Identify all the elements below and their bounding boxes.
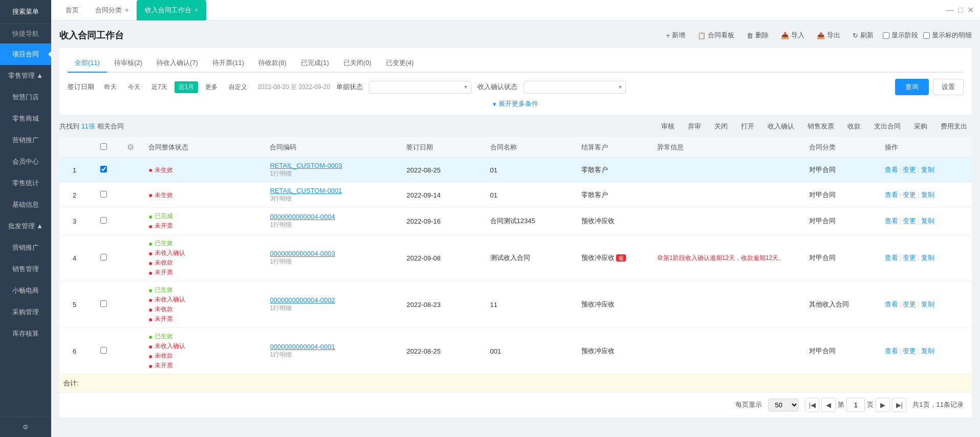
sidebar-item-retail-stats[interactable]: 零售统计	[0, 172, 51, 194]
doc-status-select[interactable]	[369, 81, 471, 94]
tab-income-contract[interactable]: 收入合同工作台×	[137, 0, 206, 20]
op-复制-1[interactable]: 复制	[921, 166, 934, 173]
header-btn-export[interactable]: 📤导出	[813, 29, 844, 42]
sidebar-search[interactable]: 搜索菜单	[0, 0, 51, 24]
header-btn-import[interactable]: 📥导入	[777, 29, 809, 42]
op-变更-1[interactable]: 变更	[903, 166, 916, 173]
sidebar-item-wholesale-mgmt[interactable]: 批发管理 ▲	[0, 215, 51, 237]
op-查看-2[interactable]: 查看	[885, 191, 898, 199]
contract-link-5[interactable]: 0000000000004-0002	[270, 296, 335, 304]
action-btn-abandon[interactable]: 弃审	[683, 120, 706, 133]
op-复制-2[interactable]: 复制	[921, 191, 934, 199]
row-check-5[interactable]	[90, 281, 117, 328]
row-check-2[interactable]	[90, 183, 117, 208]
filter-tab-pending-review[interactable]: 待审核(2)	[107, 54, 149, 73]
income-confirm-select[interactable]	[524, 81, 626, 94]
tab-close-contract-category[interactable]: ×	[125, 7, 128, 14]
filter-tab-completed[interactable]: 已完成(1)	[294, 54, 336, 73]
tab-close-income-contract[interactable]: ×	[194, 7, 198, 14]
expand-more-btn[interactable]: ▾ 展开更多条件	[493, 99, 538, 108]
action-btn-expense-contract[interactable]: 支出合同	[869, 120, 905, 133]
op-变更-5[interactable]: 变更	[903, 300, 916, 308]
header-btn-delete[interactable]: 🗑删除	[743, 29, 773, 42]
op-查看-5[interactable]: 查看	[885, 300, 898, 308]
sidebar-item-project[interactable]: 项目合同	[0, 43, 51, 65]
op-复制-3[interactable]: 复制	[921, 217, 934, 225]
show-detail-input[interactable]	[923, 32, 930, 39]
contract-link-4[interactable]: 0000000000004-0003	[270, 250, 335, 257]
sidebar-item-inventory[interactable]: 库存核算	[0, 323, 51, 344]
show-stage-checkbox[interactable]: 显示阶段	[883, 31, 918, 40]
op-查看-4[interactable]: 查看	[885, 254, 898, 261]
op-查看-6[interactable]: 查看	[885, 347, 898, 355]
op-变更-3[interactable]: 变更	[903, 217, 916, 225]
row-check-1[interactable]	[90, 158, 117, 183]
action-btn-receipt[interactable]: 收款	[843, 120, 865, 133]
sidebar-item-retail-mgmt[interactable]: 零售管理 ▲	[0, 65, 51, 86]
op-复制-4[interactable]: 复制	[921, 254, 934, 261]
action-btn-expense-out[interactable]: 费用支出	[936, 120, 972, 133]
sidebar-item-smart-store[interactable]: 智慧门店	[0, 86, 51, 108]
gear-icon[interactable]: ⚙	[127, 143, 134, 151]
sidebar-nav[interactable]: 快捷导航	[0, 24, 51, 43]
contract-link-2[interactable]: RETAIL_CUSTOM-0001	[270, 187, 342, 194]
first-page-btn[interactable]: |◀	[805, 398, 819, 412]
op-变更-6[interactable]: 变更	[903, 347, 916, 355]
action-btn-review[interactable]: 审核	[657, 120, 679, 133]
sidebar-item-ecommerce[interactable]: 小畅电商	[0, 280, 51, 301]
row-check-6[interactable]	[90, 328, 117, 375]
op-查看-1[interactable]: 查看	[885, 166, 898, 173]
show-stage-input[interactable]	[883, 32, 889, 39]
set-button[interactable]: 设置	[933, 79, 964, 95]
sidebar-settings[interactable]: ⚙	[0, 417, 51, 437]
action-btn-sales-invoice[interactable]: 销售发票	[803, 120, 839, 133]
contract-link-6[interactable]: 0000000000004-0001	[270, 343, 335, 351]
filter-tab-all[interactable]: 全部(11)	[68, 54, 107, 73]
sidebar-item-basic-info[interactable]: 基础信息	[0, 194, 51, 215]
filter-tab-pending-invoice[interactable]: 待开票(11)	[205, 54, 251, 73]
row-checkbox-5[interactable]	[100, 300, 107, 307]
op-查看-3[interactable]: 查看	[885, 217, 898, 225]
close-window-icon[interactable]: ✕	[967, 5, 974, 15]
date-btn-last7[interactable]: 近7天	[147, 81, 171, 93]
sidebar-item-retail-mall[interactable]: 零售商城	[0, 108, 51, 129]
row-check-4[interactable]	[90, 235, 117, 281]
op-变更-4[interactable]: 变更	[903, 254, 916, 261]
last-page-btn[interactable]: ▶|	[892, 398, 906, 412]
next-page-btn[interactable]: ▶	[876, 398, 890, 412]
header-btn-dashboard[interactable]: 📋合同看板	[693, 29, 738, 42]
contract-link-1[interactable]: RETAIL_CUSTOM-0003	[270, 162, 342, 169]
sidebar-item-sales-marketing[interactable]: 营销推广	[0, 237, 51, 258]
select-all-checkbox[interactable]	[100, 143, 107, 150]
sidebar-item-purchase[interactable]: 采购管理	[0, 301, 51, 323]
filter-tab-pending-income-confirm[interactable]: 待收入确认(7)	[149, 54, 205, 73]
header-btn-refresh[interactable]: ↻刷新	[848, 29, 878, 42]
contract-link-3[interactable]: 0000000000004-0004	[270, 213, 335, 221]
filter-tab-changed[interactable]: 已变更(4)	[379, 54, 421, 73]
action-btn-close[interactable]: 关闭	[710, 120, 732, 133]
header-btn-add[interactable]: +新增	[662, 29, 689, 42]
sidebar-item-sales-mgmt[interactable]: 销售管理	[0, 258, 51, 280]
date-btn-today[interactable]: 今天	[124, 81, 144, 93]
filter-tab-pending-receipt[interactable]: 待收款(8)	[251, 54, 294, 73]
action-btn-purchase[interactable]: 采购	[909, 120, 932, 133]
row-checkbox-4[interactable]	[100, 254, 107, 260]
page-number-input[interactable]	[846, 398, 865, 412]
row-checkbox-1[interactable]	[100, 166, 107, 172]
prev-page-btn[interactable]: ◀	[821, 398, 836, 412]
action-btn-income-confirm[interactable]: 收入确认	[763, 120, 799, 133]
row-check-3[interactable]	[90, 208, 117, 235]
action-btn-open[interactable]: 打开	[736, 120, 759, 133]
date-btn-last1month[interactable]: 近1月	[175, 81, 199, 93]
tab-contract-category[interactable]: 合同分类×	[87, 0, 137, 20]
op-复制-6[interactable]: 复制	[921, 347, 934, 355]
maximize-icon[interactable]: □	[958, 6, 963, 15]
row-checkbox-3[interactable]	[100, 217, 107, 224]
op-变更-2[interactable]: 变更	[903, 191, 916, 199]
tab-home[interactable]: 首页	[57, 0, 87, 20]
date-btn-custom[interactable]: 自定义	[225, 81, 251, 93]
op-复制-5[interactable]: 复制	[921, 300, 934, 308]
show-detail-checkbox[interactable]: 显示标的明细	[923, 31, 972, 40]
row-checkbox-2[interactable]	[100, 191, 107, 198]
filter-tab-closed[interactable]: 已关闭(0)	[336, 54, 379, 73]
